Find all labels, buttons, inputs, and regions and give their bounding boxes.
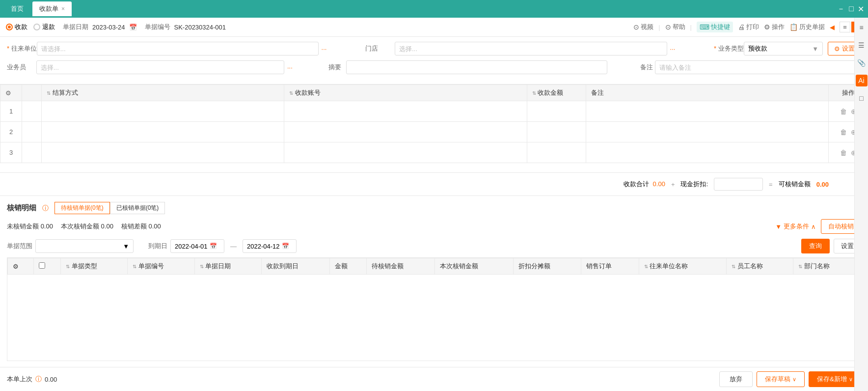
summary-discount-input[interactable] <box>714 178 763 191</box>
remark-input[interactable] <box>655 60 861 74</box>
summary-input[interactable] <box>346 60 607 74</box>
row-2-remark-input[interactable] <box>586 122 828 142</box>
row-2-delete-icon[interactable]: 🗑 <box>840 128 847 136</box>
radio-receipt[interactable]: 收款 <box>6 23 27 31</box>
doc-no-field: 单据编号 SK-20230324-001 <box>145 23 226 31</box>
maximize-btn[interactable]: □ <box>849 4 854 13</box>
store-input[interactable] <box>395 42 667 56</box>
offset-stats: 未核销金额 0.00 本次核销金额 0.00 核销差额 0.00 ▼ 更多条件 … <box>7 219 861 234</box>
row-1-delete-icon[interactable]: 🗑 <box>840 108 847 115</box>
row-1-remark[interactable] <box>586 101 828 122</box>
summary-eq: = <box>769 181 773 188</box>
row-1-account-input[interactable] <box>284 101 526 121</box>
unchecked-value: 0.00 <box>41 223 53 230</box>
unchecked-stat: 未核销金额 0.00 <box>7 222 53 231</box>
list-view-btn[interactable]: ≡ <box>840 22 850 32</box>
tab-done[interactable]: 已核销单据(0笔) <box>110 202 165 214</box>
row-2-account-input[interactable] <box>284 122 526 142</box>
due-date-field: 到期日 2022-04-01 📅 — 2022-04-12 📅 <box>148 239 297 253</box>
shortcut-btn[interactable]: ⌨ 快捷键 <box>697 22 733 32</box>
offset-title: 核销明细 <box>7 203 36 213</box>
staff-more-icon[interactable]: ··· <box>284 64 296 71</box>
video-btn[interactable]: ⊙ 视频 <box>633 23 653 31</box>
tab-home[interactable]: 首页 <box>4 1 30 16</box>
btcol-checkbox[interactable] <box>34 258 61 275</box>
row-3-amount-input[interactable] <box>527 142 586 163</box>
due-date-end-input[interactable]: 2022-04-12 📅 <box>243 239 297 253</box>
row-3-delete-icon[interactable]: 🗑 <box>840 149 847 157</box>
radio-receipt-label: 收款 <box>15 23 27 31</box>
toolbar-right: ⊙ 视频 | ⊙ 帮助 | ⌨ 快捷键 🖨 打印 ⚙ 操作 📋 <box>633 22 862 32</box>
offset-section: 核销明细 ⓘ 待核销单据(0笔) 已核销单据(0笔) 未核销金额 0.00 本次… <box>0 196 868 367</box>
row-3-remark[interactable] <box>586 142 828 163</box>
sidebar-table-icon[interactable]: ≡ <box>856 22 868 33</box>
cal-end-icon[interactable]: 📅 <box>282 243 289 250</box>
row-2-settlement[interactable] <box>42 122 284 142</box>
counterpart-field: 往来单位 ··· <box>7 42 329 56</box>
ops-btn[interactable]: ⚙ 操作 <box>764 23 785 31</box>
biz-type-dropdown[interactable]: 预收款 ▼ <box>744 42 823 56</box>
sidebar-list-icon[interactable]: ☰ <box>856 39 868 51</box>
row-2-amount-input[interactable] <box>527 122 586 142</box>
radio-refund[interactable]: 退款 <box>33 23 55 31</box>
nav-prev-icon[interactable]: ◀ <box>830 24 835 31</box>
row-3-settlement[interactable] <box>42 142 284 163</box>
select-all-checkbox[interactable] <box>39 262 45 269</box>
row-2-remark[interactable] <box>586 122 828 142</box>
store-more-icon[interactable]: ··· <box>667 45 678 53</box>
cal-start-icon[interactable]: 📅 <box>210 243 217 250</box>
counterpart-input[interactable] <box>37 42 319 56</box>
row-1-settlement[interactable] <box>42 101 284 122</box>
calendar-icon[interactable]: 📅 <box>129 24 137 31</box>
footer-info-icon[interactable]: ⓘ <box>35 375 42 384</box>
row-3-account[interactable] <box>284 142 527 163</box>
tab-receipt[interactable]: 收款单 × <box>32 1 72 16</box>
col-remark-label: 备注 <box>591 89 604 96</box>
row-3-settlement-input[interactable] <box>42 142 284 163</box>
tab-receipt-label: 收款单 <box>39 4 58 13</box>
help-btn[interactable]: ⊙ 帮助 <box>665 23 685 31</box>
sidebar-ai-icon[interactable]: Ai <box>856 75 868 86</box>
row-1-settlement-input[interactable] <box>42 101 284 121</box>
save-new-btn[interactable]: 保存&新增 ∨ <box>809 371 861 387</box>
tab-close-icon[interactable]: × <box>61 5 65 12</box>
col-settings[interactable]: ⚙ <box>0 85 22 101</box>
row-1-account[interactable] <box>284 101 527 122</box>
gear-icon2[interactable]: ⚙ <box>13 263 19 270</box>
btcol-settings[interactable]: ⚙ <box>8 258 34 275</box>
counterpart-more-icon[interactable]: ··· <box>319 45 330 53</box>
due-date-start-input[interactable]: 2022-04-01 📅 <box>170 239 224 253</box>
minimize-btn[interactable]: － <box>837 4 845 14</box>
query-btn[interactable]: 查询 <box>801 239 830 253</box>
footer-left: 本单上次 ⓘ 0.00 <box>7 375 57 384</box>
sidebar-attachment-icon[interactable]: 📎 <box>856 57 868 69</box>
sidebar-expand-icon[interactable]: □ <box>856 92 868 104</box>
offset-info-icon[interactable]: ⓘ <box>42 204 49 213</box>
print-btn[interactable]: 🖨 打印 <box>738 23 759 31</box>
row-3-remark-input[interactable] <box>586 142 828 163</box>
col-amount-label: 收款金额 <box>538 89 563 96</box>
table-gear-icon[interactable]: ⚙ <box>5 89 11 97</box>
col-account-label: 收款账号 <box>295 89 321 96</box>
divider2: | <box>690 24 692 31</box>
row-1-amount[interactable] <box>527 101 586 122</box>
doc-range-select[interactable]: ▼ <box>35 239 134 253</box>
row-1-amount-input[interactable] <box>527 101 586 121</box>
row-2-settlement-input[interactable] <box>42 122 284 142</box>
row-2-account[interactable] <box>284 122 527 142</box>
row-3-account-input[interactable] <box>284 142 526 163</box>
save-draft-btn[interactable]: 保存草稿 ∨ <box>757 371 805 387</box>
video-label: 视频 <box>641 23 653 31</box>
staff-input[interactable] <box>36 60 284 74</box>
close-btn[interactable]: ✕ <box>858 4 864 14</box>
row-1-remark-input[interactable] <box>586 101 828 121</box>
summary-plus: + <box>671 181 675 188</box>
history-btn[interactable]: 📋 历史单据 <box>789 23 825 31</box>
row-3-amount[interactable] <box>527 142 586 163</box>
tab-pending[interactable]: 待核销单据(0笔) <box>54 202 110 214</box>
row-2-amount[interactable] <box>527 122 586 142</box>
more-conditions-btn[interactable]: ▼ 更多条件 ∧ <box>775 222 816 231</box>
abandon-btn[interactable]: 放弃 <box>719 371 753 387</box>
main-table: ⚙ ⇅ 结算方式 ⇅ 收款账号 ⇅ 收款金额 <box>0 84 868 163</box>
filter-icon: ▼ <box>775 223 782 230</box>
